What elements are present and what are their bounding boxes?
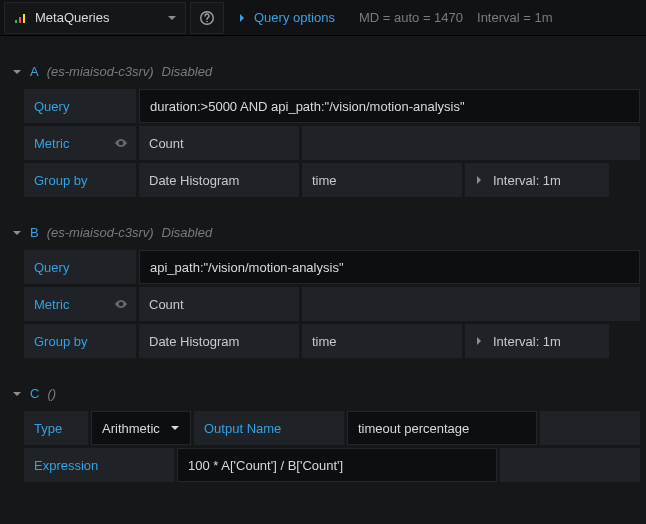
output-name-input[interactable] [347,411,537,445]
expression-label: Expression [24,448,174,482]
query-label: Query [24,89,136,123]
spacer [540,411,640,445]
chevron-right-icon [238,13,246,23]
query-row: Query [24,89,640,123]
query-letter: A [30,64,39,79]
query-letter: C [30,386,39,401]
eye-icon[interactable] [114,297,128,311]
svg-rect-0 [15,20,17,23]
metric-label: Metric [24,126,136,160]
query-b-header[interactable]: B (es-miaisod-c3srv) Disabled [6,219,640,250]
datasource-name: MetaQueries [35,10,167,25]
query-datasource-paren: (es-miaisod-c3srv) [47,64,154,79]
query-disabled-label: Disabled [162,225,213,240]
groupby-time[interactable]: time [302,163,462,197]
eye-icon[interactable] [114,136,128,150]
groupby-label: Group by [24,163,136,197]
interval-value[interactable]: Interval: 1m [465,324,609,358]
datasource-picker[interactable]: MetaQueries [4,2,186,34]
query-b: B (es-miaisod-c3srv) Disabled Query Metr… [6,219,640,358]
expression-row: Expression [24,448,640,482]
type-value: Arithmetic [102,421,160,436]
datasource-icon [13,11,27,25]
help-button[interactable] [190,2,224,34]
metric-label: Metric [24,287,136,321]
query-a-header[interactable]: A (es-miaisod-c3srv) Disabled [6,58,640,89]
interval-value[interactable]: Interval: 1m [465,163,609,197]
query-datasource-paren: () [47,386,56,401]
query-options-label: Query options [254,10,335,25]
metric-value[interactable]: Count [139,126,299,160]
query-label: Query [24,250,136,284]
query-c-header[interactable]: C () [6,380,640,411]
groupby-time[interactable]: time [302,324,462,358]
query-row: Query [24,250,640,284]
chevron-down-icon [12,228,22,238]
help-icon [199,10,215,26]
interval-text: Interval: 1m [493,334,561,349]
groupby-value[interactable]: Date Histogram [139,163,299,197]
query-letter: B [30,225,39,240]
svg-rect-1 [19,17,21,23]
query-options-toggle[interactable]: Query options [228,2,345,34]
groupby-row: Group by Date Histogram time Interval: 1… [24,163,640,197]
metric-label-text: Metric [34,136,69,151]
metric-row: Metric Count [24,287,640,321]
query-c-body: Type Arithmetic Output Name Expression [6,411,640,482]
interval-text: Interval = 1m [477,10,553,25]
query-c: C () Type Arithmetic Output Name Express… [6,380,640,482]
groupby-value[interactable]: Date Histogram [139,324,299,358]
output-name-label: Output Name [194,411,344,445]
metric-value[interactable]: Count [139,287,299,321]
query-a: A (es-miaisod-c3srv) Disabled Query Metr… [6,58,640,197]
expression-input[interactable] [177,448,497,482]
svg-point-4 [206,20,208,22]
groupby-label: Group by [24,324,136,358]
metric-label-text: Metric [34,297,69,312]
chevron-right-icon [475,336,483,346]
interval-text: Interval: 1m [493,173,561,188]
spacer [302,126,640,160]
query-toolbar: MetaQueries Query options MD = auto = 14… [0,0,646,36]
chevron-right-icon [475,175,483,185]
queries-container: A (es-miaisod-c3srv) Disabled Query Metr… [0,58,646,482]
svg-rect-2 [23,14,25,23]
query-input[interactable] [139,89,640,123]
metric-row: Metric Count [24,126,640,160]
max-data-points-text: MD = auto = 1470 [359,10,463,25]
spacer [302,287,640,321]
chevron-down-icon [12,67,22,77]
spacer [500,448,640,482]
query-disabled-label: Disabled [162,64,213,79]
type-select[interactable]: Arithmetic [91,411,191,445]
query-b-body: Query Metric Count Group by Date Histogr… [6,250,640,358]
query-datasource-paren: (es-miaisod-c3srv) [47,225,154,240]
query-input[interactable] [139,250,640,284]
query-a-body: Query Metric Count Group by Date Histogr… [6,89,640,197]
type-label: Type [24,411,88,445]
chevron-down-icon [167,13,177,23]
type-row: Type Arithmetic Output Name [24,411,640,445]
caret-down-icon [170,423,180,433]
groupby-row: Group by Date Histogram time Interval: 1… [24,324,640,358]
chevron-down-icon [12,389,22,399]
